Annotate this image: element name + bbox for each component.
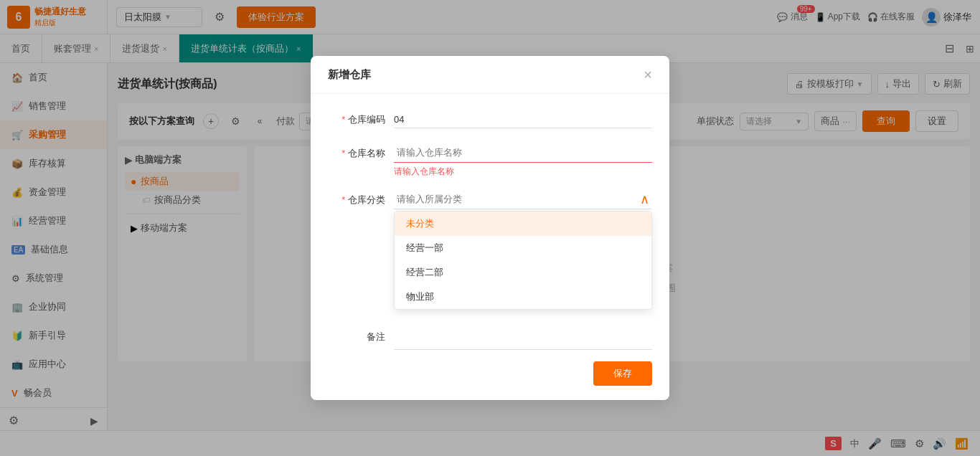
modal-title: 新增仓库 <box>328 68 371 82</box>
dropdown-item-1[interactable]: 经营一部 <box>395 236 651 260</box>
modal-dialog: 新增仓库 × * 仓库编码 04 * 仓库名称 <box>311 56 669 400</box>
warehouse-name-input[interactable] <box>394 143 652 163</box>
name-label: 仓库名称 <box>348 148 385 158</box>
modal-header: 新增仓库 × <box>311 56 669 94</box>
remark-label: 备注 <box>367 331 385 342</box>
category-label: 仓库分类 <box>348 194 385 205</box>
code-label: 仓库编码 <box>348 114 385 125</box>
name-error-msg: 请输入仓库名称 <box>394 166 454 178</box>
modal-footer: 保存 <box>311 361 669 400</box>
modal-backdrop: 新增仓库 × * 仓库编码 04 * 仓库名称 <box>0 0 980 456</box>
modal-body: * 仓库编码 04 * 仓库名称 请输入仓库名称 <box>311 94 669 361</box>
save-button[interactable]: 保存 <box>593 361 652 386</box>
modal-close-button[interactable]: × <box>644 67 652 82</box>
category-toggle-icon[interactable]: ∧ <box>637 190 652 209</box>
remark-input[interactable] <box>394 324 652 350</box>
dropdown-item-0[interactable]: 未分类 <box>395 212 651 236</box>
category-input[interactable] <box>394 189 637 209</box>
dropdown-item-3[interactable]: 物业部 <box>395 285 651 309</box>
code-value: 04 <box>394 114 404 125</box>
dropdown-item-2[interactable]: 经营二部 <box>395 260 651 285</box>
category-dropdown: 未分类 经营一部 经营二部 物业部 <box>394 211 652 310</box>
